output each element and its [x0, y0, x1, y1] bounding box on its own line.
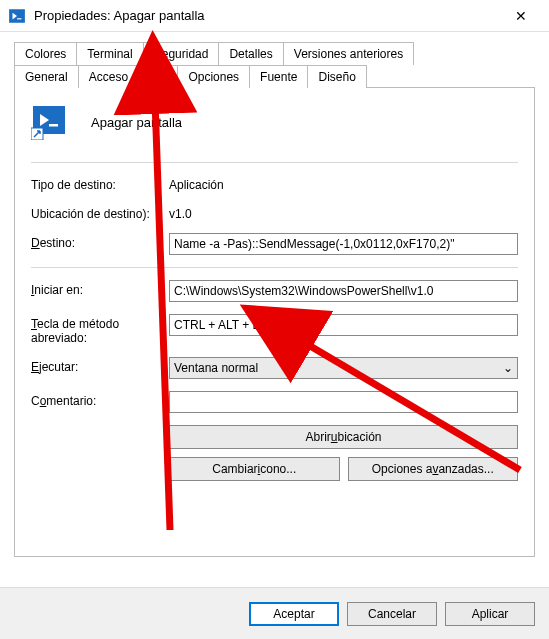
hotkey-label: Tecla de método abreviado:	[31, 314, 169, 345]
ok-button[interactable]: Aceptar	[249, 602, 339, 626]
content: Colores Terminal Seguridad Detalles Vers…	[0, 32, 549, 587]
target-type-value: Aplicación	[169, 175, 518, 192]
tab-colores[interactable]: Colores	[14, 42, 77, 65]
run-value: Ventana normal	[174, 361, 258, 375]
separator-2	[31, 267, 518, 268]
target-label: Destino:	[31, 233, 169, 250]
shortcut-name: Apagar pantalla	[91, 115, 182, 130]
tabs: Colores Terminal Seguridad Detalles Vers…	[14, 42, 535, 557]
comment-label: Comentario:	[31, 391, 169, 408]
change-icon-button[interactable]: Cambiar icono...	[169, 457, 340, 481]
tab-row-1: Colores Terminal Seguridad Detalles Vers…	[14, 42, 535, 65]
dialog-footer: Aceptar Cancelar Aplicar	[0, 587, 549, 639]
row-startin: Iniciar en:	[31, 280, 518, 302]
tab-fuente[interactable]: Fuente	[250, 65, 308, 88]
button-row-2: Cambiar icono... Opciones avanzadas...	[169, 457, 518, 481]
powershell-icon	[8, 7, 26, 25]
row-target-location: Ubicación de destino): v1.0	[31, 204, 518, 221]
shortcut-header: Apagar pantalla	[31, 104, 518, 140]
cancel-button[interactable]: Cancelar	[347, 602, 437, 626]
row-comment: Comentario:	[31, 391, 518, 413]
tab-opciones[interactable]: Opciones	[178, 65, 250, 88]
apply-button[interactable]: Aplicar	[445, 602, 535, 626]
advanced-button[interactable]: Opciones avanzadas...	[348, 457, 519, 481]
tab-versiones-anteriores[interactable]: Versiones anteriores	[284, 42, 414, 65]
tab-acceso-directo[interactable]: Acceso directo	[79, 65, 179, 89]
button-row-1: Abrir ubicación	[169, 425, 518, 449]
tab-detalles[interactable]: Detalles	[219, 42, 283, 65]
window-title: Propiedades: Apagar pantalla	[34, 8, 501, 23]
tab-seguridad[interactable]: Seguridad	[144, 42, 220, 65]
close-button[interactable]: ✕	[501, 1, 541, 31]
startin-input[interactable]	[169, 280, 518, 302]
hotkey-input[interactable]	[169, 314, 518, 336]
powershell-shortcut-icon	[31, 104, 67, 140]
separator-1	[31, 162, 518, 163]
run-label: Ejecutar:	[31, 357, 169, 374]
titlebar: Propiedades: Apagar pantalla ✕	[0, 0, 549, 32]
startin-label: Iniciar en:	[31, 280, 169, 297]
chevron-down-icon: ⌄	[503, 361, 513, 375]
target-location-label: Ubicación de destino):	[31, 204, 169, 221]
target-location-value: v1.0	[169, 204, 518, 221]
tab-terminal[interactable]: Terminal	[77, 42, 143, 65]
svg-rect-2	[17, 18, 22, 19]
tab-diseno[interactable]: Diseño	[308, 65, 366, 88]
tab-row-2: General Acceso directo Opciones Fuente D…	[14, 65, 535, 88]
comment-input[interactable]	[169, 391, 518, 413]
row-hotkey: Tecla de método abreviado:	[31, 314, 518, 345]
tab-panel: Apagar pantalla Tipo de destino: Aplicac…	[14, 87, 535, 557]
svg-rect-5	[49, 124, 58, 127]
target-type-label: Tipo de destino:	[31, 175, 169, 192]
row-target-type: Tipo de destino: Aplicación	[31, 175, 518, 192]
run-select[interactable]: Ventana normal ⌄	[169, 357, 518, 379]
tab-general[interactable]: General	[14, 65, 79, 88]
row-target: Destino:	[31, 233, 518, 255]
target-input[interactable]	[169, 233, 518, 255]
row-run: Ejecutar: Ventana normal ⌄	[31, 357, 518, 379]
open-location-button[interactable]: Abrir ubicación	[169, 425, 518, 449]
